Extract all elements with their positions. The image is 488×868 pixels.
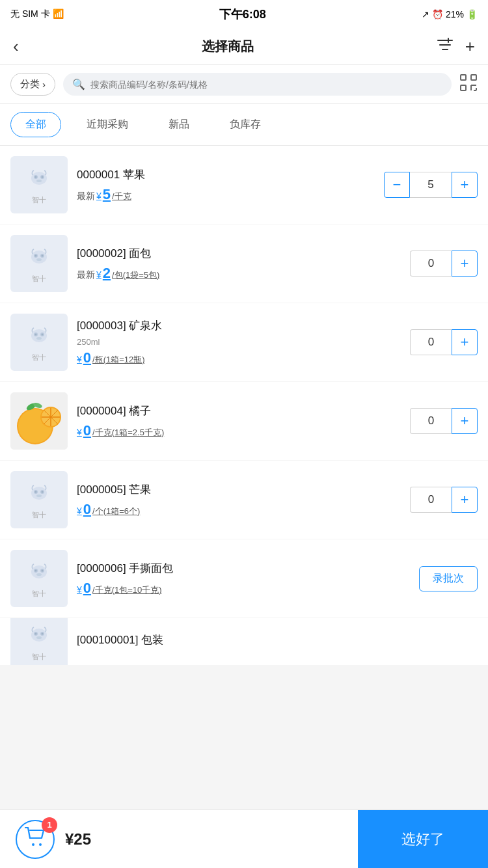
product-info: [0000004] 橘子 ¥ 0 /千克(1箱=2.5千克): [77, 403, 401, 439]
quantity-control: +: [410, 251, 478, 277]
svg-point-46: [31, 565, 47, 578]
status-battery: ↗ ⏰ 21% 🔋: [422, 9, 478, 20]
product-thumbnail: 智十: [10, 550, 68, 607]
svg-rect-4: [461, 75, 466, 80]
product-info: [0000002] 面包 最新 ¥ 2 /包(1袋=5包): [77, 246, 401, 282]
bottom-bar: 1 ¥25 选好了: [0, 809, 488, 868]
battery-icon: 🔋: [467, 9, 478, 20]
cart-section: 1 ¥25: [0, 820, 358, 859]
cart-total: ¥25: [65, 830, 91, 848]
list-item: 智十 [0000005] 芒果 ¥ 0 /个(1箱=6个) +: [0, 461, 488, 539]
svg-point-21: [42, 254, 44, 256]
product-name: [0000005] 芒果: [77, 482, 401, 497]
quantity-input[interactable]: [410, 251, 452, 277]
svg-point-57: [36, 636, 42, 639]
product-price: ¥ 0 /千克(1箱=2.5千克): [77, 422, 401, 439]
batch-button[interactable]: 录批次: [419, 566, 478, 591]
toolbar: 分类 › 🔍: [0, 65, 488, 104]
svg-point-52: [31, 629, 47, 642]
quantity-input[interactable]: [410, 408, 452, 434]
nav-actions: +: [437, 36, 475, 57]
quantity-input[interactable]: [410, 487, 452, 513]
product-thumbnail: 智十: [10, 314, 68, 371]
product-thumbnail: 智十: [10, 235, 68, 292]
category-button[interactable]: 分类 ›: [10, 73, 55, 96]
svg-rect-6: [461, 85, 466, 90]
search-icon: 🔍: [72, 78, 85, 90]
status-time: 下午6:08: [219, 7, 266, 22]
tab-all[interactable]: 全部: [10, 112, 61, 137]
tab-new[interactable]: 新品: [154, 112, 204, 137]
quantity-plus-button[interactable]: +: [452, 251, 478, 277]
svg-point-40: [31, 487, 47, 500]
tab-negative-stock[interactable]: 负库存: [215, 112, 276, 137]
product-thumbnail: 智十: [10, 156, 68, 213]
cart-button[interactable]: 1: [16, 820, 55, 859]
svg-point-50: [42, 569, 44, 571]
list-item: 智十 0000001 苹果 最新 ¥ 5 /千克 − +: [0, 146, 488, 224]
battery-percent: 21%: [446, 9, 464, 20]
chevron-right-icon: ›: [42, 79, 46, 90]
tabs-bar: 全部 近期采购 新品 负库存: [0, 104, 488, 146]
quantity-input[interactable]: [410, 329, 452, 355]
filter-icon[interactable]: [437, 38, 454, 56]
product-price: ¥ 0 /千克(1包=10千克): [77, 580, 410, 597]
product-name: [0000003] 矿泉水: [77, 318, 401, 333]
quantity-control: +: [410, 329, 478, 355]
product-info: [0000003] 矿泉水 250ml ¥ 0 /瓶(1箱=12瓶): [77, 318, 401, 366]
svg-point-11: [31, 172, 47, 185]
product-price: 最新 ¥ 5 /千克: [77, 186, 375, 203]
quantity-plus-button[interactable]: +: [452, 329, 478, 355]
list-item: 智十 [0000003] 矿泉水 250ml ¥ 0 /瓶(1箱=12瓶) +: [0, 303, 488, 381]
quantity-plus-button[interactable]: +: [452, 172, 478, 198]
svg-point-23: [31, 329, 47, 342]
product-info: [0000005] 芒果 ¥ 0 /个(1箱=6个): [77, 482, 401, 518]
quantity-minus-button[interactable]: −: [384, 172, 410, 198]
product-list: 智十 0000001 苹果 最新 ¥ 5 /千克 − +: [0, 146, 488, 731]
product-name: [0000002] 面包: [77, 246, 401, 261]
add-button[interactable]: +: [465, 36, 475, 57]
list-item: [0000004] 橘子 ¥ 0 /千克(1箱=2.5千克) +: [0, 382, 488, 460]
svg-point-17: [31, 251, 47, 264]
svg-point-16: [36, 180, 42, 182]
svg-point-28: [36, 337, 42, 340]
svg-point-22: [36, 258, 42, 261]
scan-icon[interactable]: [459, 74, 478, 96]
back-button[interactable]: ‹: [13, 36, 19, 57]
category-label: 分类: [20, 78, 40, 90]
svg-point-26: [35, 333, 37, 335]
product-price: ¥ 0 /个(1箱=6个): [77, 501, 401, 518]
product-name: [0000006] 手撕面包: [77, 561, 410, 576]
svg-point-27: [42, 333, 44, 335]
quantity-input[interactable]: [410, 172, 452, 198]
nav-bar: ‹ 选择商品 +: [0, 29, 488, 65]
svg-point-49: [35, 569, 37, 571]
product-thumbnail: 智十: [10, 471, 68, 528]
product-spec: 250ml: [77, 337, 401, 347]
product-thumbnail: 智十: [10, 618, 68, 665]
svg-point-20: [35, 254, 37, 256]
product-name: 0000001 苹果: [77, 167, 375, 182]
product-info: [0000006] 手撕面包 ¥ 0 /千克(1包=10千克): [77, 561, 410, 597]
tab-recent[interactable]: 近期采购: [72, 112, 143, 137]
cart-badge: 1: [42, 817, 57, 833]
confirm-button[interactable]: 选好了: [358, 810, 488, 869]
svg-point-59: [39, 843, 42, 846]
quantity-plus-button[interactable]: +: [452, 487, 478, 513]
quantity-control: − +: [384, 172, 478, 198]
quantity-plus-button[interactable]: +: [452, 408, 478, 434]
list-item: 智十 [0000002] 面包 最新 ¥ 2 /包(1袋=5包) +: [0, 224, 488, 303]
status-signal: 无 SIM 卡 📶: [10, 8, 64, 20]
svg-point-14: [35, 176, 37, 178]
product-name: [0000004] 橘子: [77, 403, 401, 418]
svg-point-55: [35, 632, 37, 634]
product-price: ¥ 0 /瓶(1箱=12瓶): [77, 349, 401, 366]
svg-point-43: [35, 491, 37, 493]
page-title: 选择商品: [202, 38, 254, 55]
search-input[interactable]: [90, 79, 442, 90]
product-info: 0000001 苹果 最新 ¥ 5 /千克: [77, 167, 375, 203]
svg-point-58: [32, 843, 34, 846]
product-info: [000100001] 包装: [77, 632, 478, 651]
svg-point-15: [42, 176, 44, 178]
product-price: 最新 ¥ 2 /包(1袋=5包): [77, 265, 401, 282]
